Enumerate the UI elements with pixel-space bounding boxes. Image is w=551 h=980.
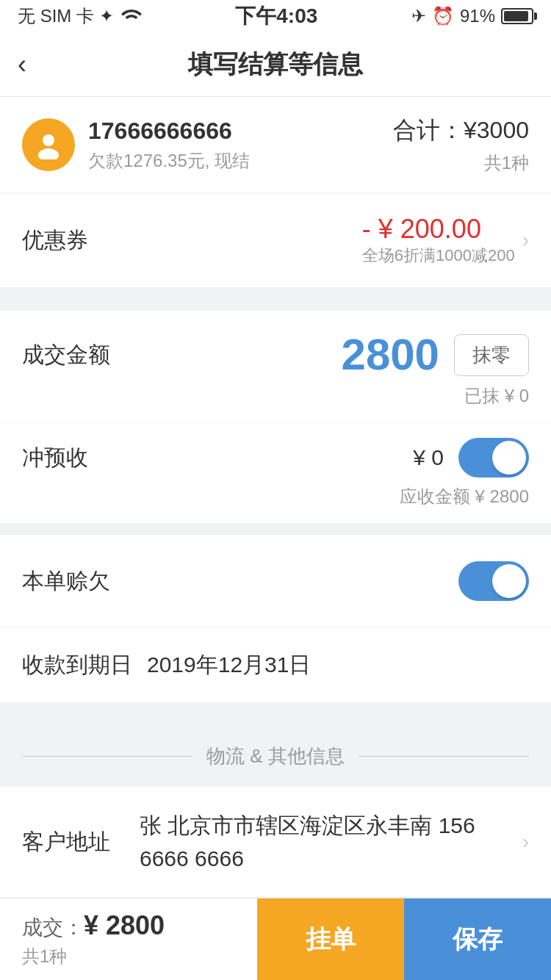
coupon-chevron-icon: › [522, 228, 529, 252]
address-label: 客户地址 [22, 827, 110, 857]
deal-sub: 已抹 ¥ 0 [0, 384, 551, 422]
section-divider-3 [0, 714, 551, 726]
alarm-icon: ⏰ [432, 6, 454, 26]
page-title: 填写结算等信息 [188, 48, 363, 82]
customer-row: 17666666666 欠款1276.35元, 现结 合计：¥3000 共1种 [0, 97, 551, 192]
debt-row: 本单赊欠 [0, 535, 551, 627]
status-right: ✈ ⏰ 91% [411, 6, 533, 26]
status-bar: 无 SIM 卡 ✦ 下午4:03 ✈ ⏰ 91% [0, 0, 551, 32]
advance-sub: 应收金额 ¥ 2800 [0, 485, 551, 523]
customer-right: 合计：¥3000 共1种 [393, 115, 529, 175]
address-row[interactable]: 客户地址 张 北京市市辖区海淀区永丰南 156 6666 6666 › [0, 787, 551, 897]
bottom-count: 共1种 [22, 945, 235, 968]
bottom-total: 成交：¥ 2800 [22, 910, 235, 942]
avatar [22, 118, 75, 171]
bottom-bar: 成交：¥ 2800 共1种 挂单 保存 [0, 898, 551, 980]
customer-total: 合计：¥3000 [393, 115, 529, 147]
debt-toggle[interactable] [458, 561, 529, 601]
coupon-row[interactable]: 优惠券 - ¥ 200.00 全场6折满1000减200 › [0, 192, 551, 287]
section-divider-2 [0, 523, 551, 535]
advance-toggle[interactable] [458, 438, 529, 478]
address-value: 张 北京市市辖区海淀区永丰南 156 6666 6666 [140, 809, 522, 875]
debt-toggle-knob [492, 564, 526, 598]
customer-count: 共1种 [393, 151, 529, 175]
debt-section: 本单赊欠 收款到期日 2019年12月31日 [0, 535, 551, 702]
round-button[interactable]: 抹零 [454, 334, 529, 376]
logistics-label: 物流 & 其他信息 [206, 743, 345, 769]
advance-amount: ¥ 0 [413, 445, 444, 470]
advance-row: 冲预收 ¥ 0 [0, 422, 551, 485]
debt-label: 本单赊欠 [22, 566, 110, 597]
coupon-label: 优惠券 [22, 226, 88, 256]
hold-button[interactable]: 挂单 [257, 898, 404, 981]
divider-line-left [22, 756, 192, 757]
status-left: 无 SIM 卡 ✦ [18, 4, 142, 28]
section-divider-1 [0, 299, 551, 311]
location-icon: ✈ [411, 6, 426, 26]
customer-section: 17666666666 欠款1276.35元, 现结 合计：¥3000 共1种 … [0, 97, 551, 287]
date-value: 2019年12月31日 [147, 650, 311, 680]
address-section: 客户地址 张 北京市市辖区海淀区永丰南 156 6666 6666 › [0, 787, 551, 897]
nav-bar: ‹ 填写结算等信息 [0, 32, 551, 97]
advance-right: ¥ 0 [413, 438, 529, 478]
wifi-icon [121, 6, 142, 26]
deal-label: 成交金额 [22, 340, 110, 370]
customer-phone: 17666666666 [88, 118, 250, 145]
deal-section: 成交金额 2800 抹零 已抹 ¥ 0 冲预收 ¥ 0 应收金额 ¥ 2800 [0, 311, 551, 523]
address-chevron-icon: › [522, 830, 529, 854]
coupon-right: - ¥ 200.00 全场6折满1000减200 › [362, 214, 529, 267]
customer-left: 17666666666 欠款1276.35元, 现结 [22, 118, 250, 173]
customer-info: 17666666666 欠款1276.35元, 现结 [88, 118, 250, 173]
content: 17666666666 欠款1276.35元, 现结 合计：¥3000 共1种 … [0, 97, 551, 980]
svg-point-1 [38, 148, 59, 159]
bottom-info: 成交：¥ 2800 共1种 [0, 910, 257, 968]
back-button[interactable]: ‹ [18, 49, 26, 80]
date-label: 收款到期日 [22, 650, 132, 680]
advance-label: 冲预收 [22, 443, 88, 473]
date-row: 收款到期日 2019年12月31日 [0, 627, 551, 702]
deal-amount: 2800 [342, 333, 439, 377]
coupon-desc: 全场6折满1000减200 [362, 245, 515, 267]
status-time: 下午4:03 [235, 2, 317, 30]
sim-icon: 无 SIM 卡 ✦ [18, 4, 114, 28]
coupon-amount: - ¥ 200.00 [362, 214, 515, 245]
customer-debt: 欠款1276.35元, 现结 [88, 149, 250, 173]
battery-percent: 91% [460, 6, 495, 26]
deal-right: 2800 抹零 [342, 333, 529, 377]
bottom-total-label: 成交： [22, 916, 84, 939]
toggle-knob [492, 441, 526, 475]
battery-icon [501, 8, 533, 24]
deal-row: 成交金额 2800 抹零 [0, 311, 551, 384]
bottom-total-amount: ¥ 2800 [84, 910, 165, 940]
divider-line-right [359, 756, 529, 757]
svg-point-0 [43, 134, 54, 146]
logistics-divider: 物流 & 其他信息 [0, 726, 551, 787]
save-button[interactable]: 保存 [404, 898, 551, 981]
